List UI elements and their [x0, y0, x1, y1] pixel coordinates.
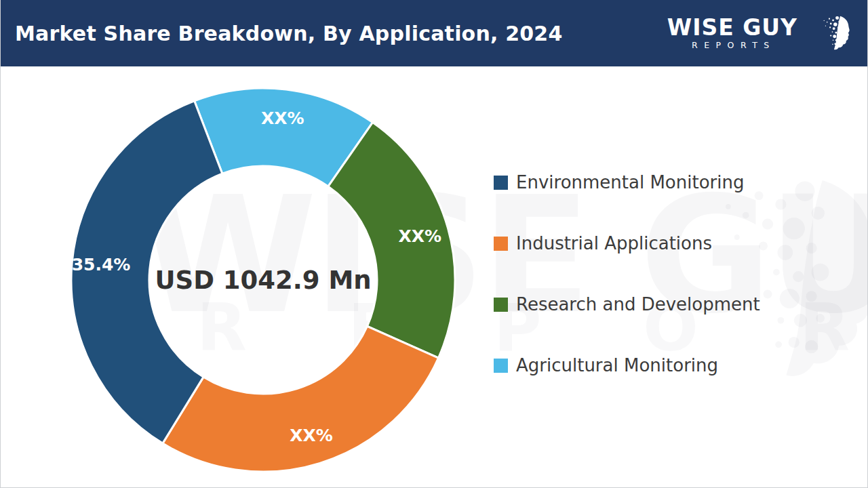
chart-center-value: USD 1042.9 Mn [155, 266, 371, 295]
legend-item: Research and Development [494, 294, 760, 314]
chart-legend: Environmental MonitoringIndustrial Appli… [494, 172, 760, 416]
legend-swatch [494, 298, 508, 312]
logo-text: WISE GUY REPORTS [667, 16, 797, 50]
segment-label: XX% [261, 108, 304, 128]
legend-item: Environmental Monitoring [494, 172, 760, 192]
logo-face-icon [802, 6, 850, 60]
page-title: Market Share Breakdown, By Application, … [15, 22, 563, 45]
segment-label: 35.4% [72, 255, 131, 274]
legend-swatch [494, 176, 508, 190]
logo-wordmark: WISE GUY [667, 16, 797, 40]
legend-label: Agricultural Monitoring [516, 355, 718, 375]
legend-swatch [494, 359, 508, 373]
segment-label: XX% [398, 226, 441, 246]
header: Market Share Breakdown, By Application, … [0, 0, 868, 66]
donut-segment [163, 326, 439, 472]
legend-item: Industrial Applications [494, 233, 760, 253]
page: Market Share Breakdown, By Application, … [0, 0, 868, 488]
legend-label: Research and Development [516, 294, 760, 314]
brand-logo: WISE GUY REPORTS [667, 6, 850, 60]
logo-subtext: REPORTS [670, 40, 797, 50]
chart-area: WISE GUY R E P O R T S XX%XX%XX%35.4% US… [0, 66, 868, 488]
legend-label: Environmental Monitoring [516, 172, 744, 192]
legend-swatch [494, 237, 508, 251]
legend-label: Industrial Applications [516, 233, 712, 253]
segment-label: XX% [290, 426, 333, 445]
legend-item: Agricultural Monitoring [494, 355, 760, 375]
